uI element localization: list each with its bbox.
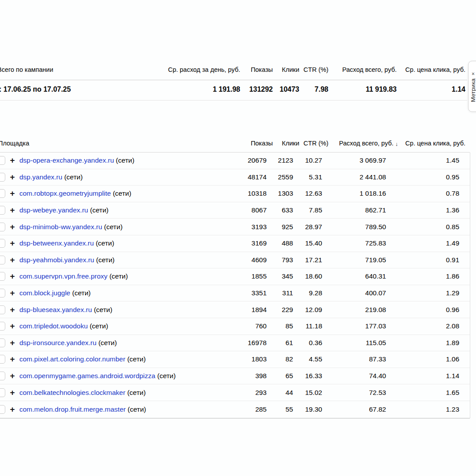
expand-row-icon[interactable]: +	[8, 288, 16, 298]
row-checkbox[interactable]	[0, 239, 5, 248]
expand-row-icon[interactable]: +	[8, 338, 16, 348]
platform-link[interactable]: com.supervpn.vpn.free.proxy	[19, 272, 108, 280]
col-ctr[interactable]: CTR (%)	[304, 140, 328, 147]
platform-link[interactable]: dsp-webeye.yandex.ru	[19, 206, 88, 214]
cost-value: 177.03	[365, 322, 386, 330]
ctr-value: 12.09	[305, 306, 322, 314]
platform-link[interactable]: dsp-minimob-ww.yandex.ru	[19, 223, 102, 231]
expand-row-icon[interactable]: +	[8, 354, 16, 364]
network-suffix: (сети)	[70, 289, 90, 297]
network-suffix: (сети)	[126, 405, 146, 413]
ctr-value: 5.31	[309, 173, 322, 181]
table-row: +com.openmygame.games.android.wordpizza …	[0, 368, 470, 385]
row-checkbox[interactable]	[0, 272, 5, 281]
cost-value: 789.50	[365, 223, 386, 231]
cpc-value: 1.45	[446, 156, 459, 164]
cost-value: 640.31	[365, 272, 386, 280]
platform-link[interactable]: dsp-yeahmobi.yandex.ru	[19, 256, 94, 264]
close-icon[interactable]: ×	[470, 71, 476, 77]
col-avg-cpc[interactable]: Ср. цена клика, руб.	[405, 140, 465, 147]
network-suffix: (сети)	[94, 256, 115, 264]
expand-row-icon[interactable]: +	[8, 205, 16, 216]
ctr-value: 4.55	[309, 355, 322, 363]
expand-row-icon[interactable]: +	[8, 255, 16, 265]
platform-name-cell: dsp-betweenx.yandex.ru (сети)	[19, 239, 114, 247]
row-checkbox[interactable]	[0, 206, 5, 215]
col-clicks[interactable]: Клики	[282, 140, 299, 147]
platform-name-cell: com.pixel.art.coloring.color.number (сет…	[19, 355, 146, 363]
expand-row-icon[interactable]: +	[8, 238, 16, 249]
platform-link[interactable]: com.block.juggle	[19, 289, 70, 297]
row-checkbox[interactable]	[0, 305, 5, 314]
col-total-spend-sorted[interactable]: Расход всего, руб. ↓	[339, 140, 398, 147]
row-checkbox[interactable]	[0, 372, 5, 380]
row-checkbox[interactable]	[0, 289, 5, 298]
row-checkbox[interactable]	[0, 338, 5, 347]
clicks-value: 633	[282, 206, 293, 214]
platform-name-cell: com.block.juggle (сети)	[19, 289, 91, 297]
total-spend-value: 11 919.83	[366, 86, 397, 93]
cpc-value: 0.78	[446, 190, 459, 197]
row-checkbox[interactable]	[0, 388, 5, 397]
impressions-value: 285	[255, 405, 267, 413]
impressions-value: 398	[255, 372, 267, 380]
row-checkbox[interactable]	[0, 256, 5, 264]
expand-row-icon[interactable]: +	[8, 188, 16, 199]
col-impressions[interactable]: Показы	[251, 140, 273, 147]
platform-link[interactable]: com.tripledot.woodoku	[19, 322, 88, 330]
row-checkbox[interactable]	[0, 223, 5, 231]
row-checkbox[interactable]	[0, 355, 5, 364]
impressions-value: 4609	[252, 256, 267, 264]
platform-link[interactable]: dsp-opera-exchange.yandex.ru	[19, 156, 114, 164]
impressions-value: 20679	[248, 156, 267, 164]
clicks-value: 61	[286, 339, 293, 347]
expand-row-icon[interactable]: +	[8, 387, 16, 398]
platform-link[interactable]: dsp-blueseax.yandex.ru	[19, 306, 92, 313]
network-suffix: (сети)	[97, 339, 117, 346]
table-row: +com.block.juggle (сети)33513119.28400.0…	[0, 285, 470, 302]
expand-row-icon[interactable]: +	[8, 155, 16, 166]
clicks-value: 85	[286, 322, 293, 330]
clicks-value: 925	[282, 223, 293, 231]
expand-row-icon[interactable]: +	[8, 222, 16, 232]
cost-value: 3 069.97	[360, 156, 386, 164]
table-row: +dsp-blueseax.yandex.ru (сети)189422912.…	[0, 301, 470, 318]
expand-row-icon[interactable]: +	[8, 271, 16, 282]
cpc-value: 1.29	[446, 289, 459, 297]
col-total-spend: Расход всего, руб.	[342, 66, 397, 73]
cost-value: 115.05	[366, 339, 386, 347]
cpc-value: 0.95	[446, 173, 459, 181]
row-checkbox[interactable]	[0, 173, 5, 182]
clicks-value: 44	[286, 389, 293, 397]
row-checkbox[interactable]	[0, 156, 5, 165]
column-separator-line	[470, 152, 470, 418]
platform-link[interactable]: dsp-ironsource.yandex.ru	[19, 339, 97, 346]
expand-row-icon[interactable]: +	[8, 321, 16, 331]
platform-link[interactable]: com.robtopx.geometryjumplite	[19, 190, 111, 197]
ctr-value: 17.21	[305, 256, 322, 264]
cost-value: 67.82	[369, 405, 386, 413]
expand-row-icon[interactable]: +	[8, 371, 16, 381]
network-suffix: (сети)	[92, 306, 112, 313]
platform-link[interactable]: com.belkatechnologies.clockmaker	[19, 389, 125, 396]
platform-name-cell: dsp-blueseax.yandex.ru (сети)	[19, 306, 112, 314]
expand-row-icon[interactable]: +	[8, 404, 16, 415]
network-suffix: (сети)	[88, 206, 108, 214]
cost-value: 87.33	[369, 355, 386, 363]
cost-value: 719.05	[365, 256, 386, 264]
platform-link[interactable]: com.openmygame.games.android.wordpizza	[19, 372, 155, 379]
metrica-side-tab[interactable]: Метрика ×	[468, 61, 476, 112]
platform-name-cell: dsp-minimob-ww.yandex.ru (сети)	[19, 223, 123, 231]
impressions-value: 1894	[252, 306, 267, 314]
row-checkbox[interactable]	[0, 322, 5, 331]
platform-link[interactable]: dsp.yandex.ru	[19, 173, 62, 181]
row-checkbox[interactable]	[0, 189, 5, 198]
ctr-value: 12.63	[305, 190, 322, 197]
platform-link[interactable]: dsp-betweenx.yandex.ru	[19, 239, 94, 247]
impressions-value: 3193	[252, 223, 267, 231]
expand-row-icon[interactable]: +	[8, 305, 16, 315]
row-checkbox[interactable]	[0, 405, 5, 414]
expand-row-icon[interactable]: +	[8, 172, 16, 182]
platform-link[interactable]: com.melon.drop.fruit.merge.master	[19, 405, 126, 413]
platform-link[interactable]: com.pixel.art.coloring.color.number	[19, 355, 125, 363]
